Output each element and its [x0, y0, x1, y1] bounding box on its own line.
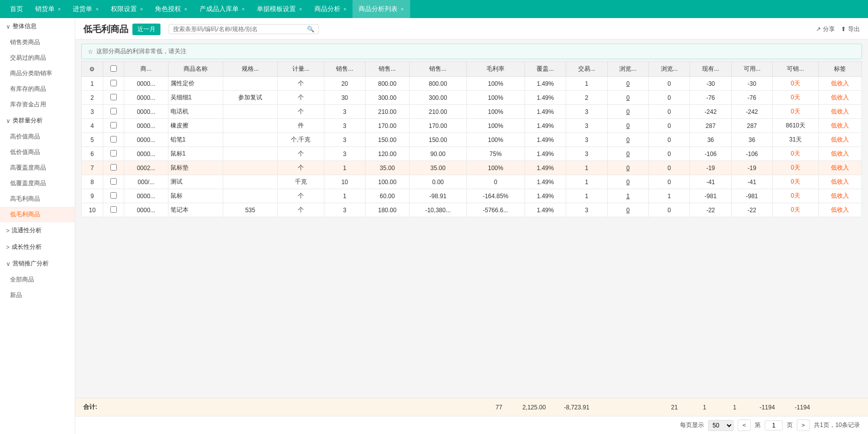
- nav-item-首页[interactable]: 首页: [4, 0, 29, 18]
- per-page-select[interactable]: 50 100: [708, 420, 734, 431]
- cell-checkbox[interactable]: [103, 175, 124, 189]
- close-tab-icon[interactable]: ×: [299, 6, 302, 12]
- prev-page-button[interactable]: ＜: [738, 419, 751, 431]
- row-checkbox[interactable]: [110, 122, 117, 128]
- nav-item-销货单[interactable]: 销货单×: [29, 0, 67, 18]
- sidebar-item-库存资金占用[interactable]: 库存资金占用: [0, 97, 75, 112]
- col-current-stock[interactable]: 现有...: [690, 62, 731, 77]
- share-button[interactable]: ↗ 分享: [816, 25, 835, 34]
- row-checkbox[interactable]: [110, 178, 117, 185]
- select-all-checkbox[interactable]: [110, 65, 117, 72]
- cell-browse1[interactable]: 0: [607, 119, 648, 133]
- browse1-link[interactable]: 0: [626, 179, 630, 186]
- sidebar-item-有库存的商品[interactable]: 有库存的商品: [0, 81, 75, 97]
- row-checkbox[interactable]: [110, 164, 117, 171]
- browse1-link[interactable]: 0: [626, 80, 630, 87]
- cell-checkbox[interactable]: [103, 203, 124, 217]
- sidebar-section-成长性分析[interactable]: >成长性分析: [0, 239, 75, 255]
- close-tab-icon[interactable]: ×: [140, 6, 143, 12]
- nav-item-商品分析列表[interactable]: 商品分析列表×: [353, 0, 410, 18]
- sidebar-item-高毛利商品[interactable]: 高毛利商品: [0, 191, 75, 207]
- cell-browse1[interactable]: 0: [607, 133, 648, 147]
- col-saleable[interactable]: 可销...: [773, 62, 818, 77]
- filter-button[interactable]: 近一月: [132, 24, 160, 35]
- sidebar-section-整体信息[interactable]: ∨整体信息: [0, 18, 75, 35]
- sidebar-item-低覆盖度商品[interactable]: 低覆盖度商品: [0, 176, 75, 191]
- nav-item-产成品入库单[interactable]: 产成品入库单×: [194, 0, 251, 18]
- sidebar-item-高价值商品[interactable]: 高价值商品: [0, 129, 75, 144]
- cell-checkbox[interactable]: [103, 91, 124, 105]
- cell-checkbox[interactable]: [103, 77, 124, 91]
- browse1-link[interactable]: 1: [626, 193, 630, 200]
- sidebar-item-交易过的商品[interactable]: 交易过的商品: [0, 50, 75, 66]
- close-tab-icon[interactable]: ×: [184, 6, 187, 12]
- row-checkbox[interactable]: [110, 136, 117, 142]
- close-tab-icon[interactable]: ×: [95, 6, 98, 12]
- search-input[interactable]: [173, 26, 307, 33]
- col-spec[interactable]: 规格...: [223, 62, 277, 77]
- sidebar-item-商品分类助销率[interactable]: 商品分类助销率: [0, 66, 75, 81]
- sidebar-section-类群量分析[interactable]: ∨类群量分析: [0, 112, 75, 129]
- browse1-link[interactable]: 0: [626, 122, 630, 129]
- col-available[interactable]: 可用...: [731, 62, 772, 77]
- col-name[interactable]: 商品名称: [168, 62, 223, 77]
- browse1-link[interactable]: 0: [626, 151, 630, 158]
- cell-browse1[interactable]: 0: [607, 77, 648, 91]
- page-input[interactable]: [765, 420, 783, 430]
- col-gross-rate[interactable]: 毛利率: [467, 62, 525, 77]
- close-tab-icon[interactable]: ×: [401, 6, 404, 12]
- nav-item-进货单[interactable]: 进货单×: [67, 0, 104, 18]
- cell-checkbox[interactable]: [103, 161, 124, 175]
- browse1-link[interactable]: 0: [626, 165, 630, 172]
- sidebar-section-营销推广分析[interactable]: ∨营销推广分析: [0, 255, 75, 272]
- cell-browse1[interactable]: 0: [607, 91, 648, 105]
- row-checkbox[interactable]: [110, 150, 117, 157]
- sidebar-item-销售类商品[interactable]: 销售类商品: [0, 35, 75, 50]
- browse1-link[interactable]: 0: [626, 108, 630, 115]
- col-transaction[interactable]: 交易...: [566, 62, 607, 77]
- next-page-button[interactable]: ＞: [797, 419, 810, 431]
- col-browse1[interactable]: 浏览...: [607, 62, 648, 77]
- cell-browse1[interactable]: 1: [607, 189, 648, 203]
- row-checkbox[interactable]: [110, 94, 117, 100]
- col-browse2[interactable]: 浏览...: [648, 62, 689, 77]
- cell-checkbox[interactable]: [103, 119, 124, 133]
- col-sales-price[interactable]: 销售...: [366, 62, 410, 77]
- browse1-link[interactable]: 0: [626, 136, 630, 143]
- col-code[interactable]: 商...: [124, 62, 168, 77]
- sidebar-item-低价值商品[interactable]: 低价值商品: [0, 144, 75, 160]
- col-sales-profit[interactable]: 销售...: [409, 62, 466, 77]
- col-unit[interactable]: 计量...: [278, 62, 324, 77]
- sidebar-section-流通性分析[interactable]: >流通性分析: [0, 222, 75, 239]
- search-icon[interactable]: 🔍: [307, 26, 314, 33]
- cell-browse1[interactable]: 0: [607, 203, 648, 217]
- close-tab-icon[interactable]: ×: [58, 6, 61, 12]
- close-tab-icon[interactable]: ×: [242, 6, 245, 12]
- col-coverage[interactable]: 覆盖...: [525, 62, 566, 77]
- nav-item-权限设置[interactable]: 权限设置×: [105, 0, 149, 18]
- export-button[interactable]: ⬆ 导出: [841, 25, 860, 34]
- browse1-link[interactable]: 0: [626, 94, 630, 101]
- table-container[interactable]: ⚙ 商... 商品名称 规格... 计量... 销售... 销售... 销售..…: [75, 61, 868, 398]
- col-settings[interactable]: ⚙: [82, 62, 103, 77]
- sidebar-item-全部商品[interactable]: 全部商品: [0, 272, 75, 287]
- cell-browse1[interactable]: 0: [607, 175, 648, 189]
- cell-checkbox[interactable]: [103, 133, 124, 147]
- sidebar-item-高覆盖度商品[interactable]: 高覆盖度商品: [0, 160, 75, 176]
- row-checkbox[interactable]: [110, 108, 117, 114]
- cell-checkbox[interactable]: [103, 147, 124, 161]
- col-tag[interactable]: 标签: [818, 62, 861, 77]
- nav-item-角色授权[interactable]: 角色授权×: [149, 0, 193, 18]
- row-checkbox[interactable]: [110, 206, 117, 213]
- nav-item-单据模板设置[interactable]: 单据模板设置×: [251, 0, 308, 18]
- close-tab-icon[interactable]: ×: [343, 6, 346, 12]
- browse1-link[interactable]: 0: [626, 207, 630, 214]
- sidebar-item-新品[interactable]: 新品: [0, 287, 75, 303]
- col-sales-qty[interactable]: 销售...: [324, 62, 365, 77]
- row-checkbox[interactable]: [110, 192, 117, 199]
- sidebar-item-低毛利商品[interactable]: 低毛利商品: [0, 207, 75, 222]
- cell-checkbox[interactable]: [103, 105, 124, 119]
- cell-browse1[interactable]: 0: [607, 147, 648, 161]
- nav-item-商品分析[interactable]: 商品分析×: [308, 0, 353, 18]
- cell-checkbox[interactable]: [103, 189, 124, 203]
